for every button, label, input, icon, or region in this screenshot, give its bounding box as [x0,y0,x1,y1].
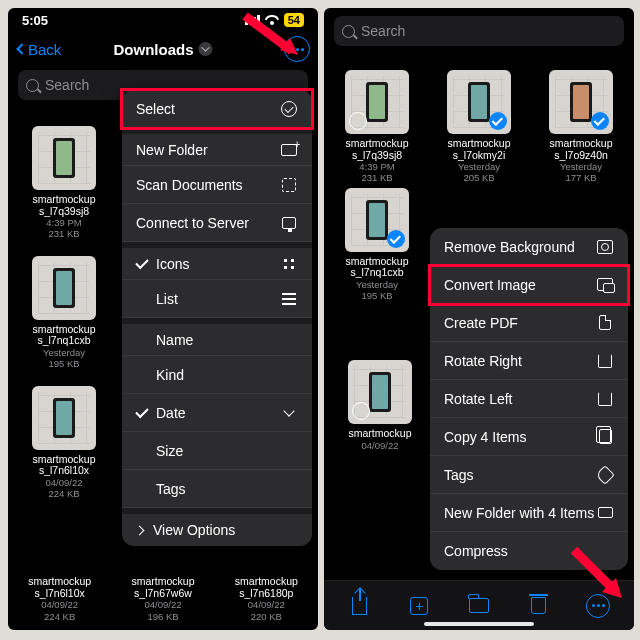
search-placeholder: Search [361,23,405,39]
chevron-left-icon [16,43,27,54]
file-name: smartmockup s_l7n6l10x [20,454,108,477]
checkmark-icon [387,230,405,248]
menu-label: New Folder with 4 Items [444,505,594,521]
file-size: 224 KB [48,488,79,499]
document-icon [599,315,611,330]
menu-label: Convert Image [444,277,536,293]
file-date: 04/09/22 [41,599,78,610]
menu-item-date[interactable]: Date [122,394,312,432]
chevron-down-icon [199,42,213,56]
menu-item-rotate-left[interactable]: Rotate Left [430,380,628,418]
delete-button[interactable] [526,593,552,619]
menu-item-size[interactable]: Size [122,432,312,470]
menu-item-remove-background[interactable]: Remove Background [430,228,628,266]
file-size: 195 KB [361,290,392,301]
file-name: smartmockup s_l7n6l10x [16,576,104,599]
file-size: 205 KB [463,172,494,183]
file-name: smartmockup s_l7nq1cxb [20,324,108,347]
menu-item-list[interactable]: List [122,280,312,318]
context-menu: Select New Folder Scan Documents Connect… [122,90,312,546]
duplicate-button[interactable] [406,593,432,619]
file-item[interactable]: smartmockup04/09/22 [330,358,430,453]
file-item[interactable]: smartmockup s_l7o9z40nYesterday177 KB [532,68,630,186]
menu-item-connect-server[interactable]: Connect to Server [122,204,312,242]
menu-label: Rotate Right [444,353,522,369]
move-button[interactable] [466,593,492,619]
file-item[interactable]: smartmockup s_l7n67w6w04/09/22196 KB [117,574,209,624]
file-size: 177 KB [565,172,596,183]
file-item[interactable]: smartmockup s_l7nq1cxbYesterday195 KB [328,186,426,304]
menu-item-icons[interactable]: Icons [122,242,312,280]
phone-right: Search smartmockup s_l7q39sj84:39 PM231 … [324,8,634,630]
menu-label: Connect to Server [136,215,249,231]
folder-plus-icon [281,144,297,156]
menu-label: View Options [153,522,235,538]
menu-label: Date [156,405,186,421]
share-icon [352,597,367,615]
menu-item-copy[interactable]: Copy 4 Items [430,418,628,456]
menu-label: Remove Background [444,239,575,255]
file-date: 04/09/22 [46,477,83,488]
menu-label: Icons [156,256,189,272]
menu-item-select[interactable]: Select [122,90,312,128]
file-item[interactable]: smartmockup s_l7q39sj84:39 PM231 KB [328,68,426,186]
check-icon [135,255,148,268]
file-date: 04/09/22 [144,599,181,610]
menu-item-view-options[interactable]: View Options [122,508,312,546]
menu-label: New Folder [136,142,208,158]
menu-label: Name [156,332,193,348]
check-icon [135,404,148,417]
search-input[interactable]: Search [334,16,624,46]
menu-item-kind[interactable]: Kind [122,356,312,394]
selection-ring-icon [349,112,367,130]
checkmark-icon [489,112,507,130]
file-size: 220 KB [251,611,282,622]
status-time: 5:05 [22,13,48,28]
file-size: 195 KB [48,358,79,369]
file-name: smartmockup s_l7q39sj8 [333,138,421,161]
menu-item-new-folder[interactable]: New Folder [122,128,312,166]
page-title[interactable]: Downloads [113,41,212,58]
file-item[interactable]: smartmockup s_l7n6l10x04/09/22224 KB [14,384,114,502]
menu-label: Rotate Left [444,391,513,407]
menu-label: Copy 4 Items [444,429,526,445]
rotate-right-icon [598,354,612,368]
menu-item-convert-image[interactable]: Convert Image [430,266,628,304]
share-button[interactable] [347,593,373,619]
remove-bg-icon [597,240,613,254]
menu-label: List [156,291,178,307]
menu-label: Compress [444,543,508,559]
file-date: 4:39 PM [46,217,81,228]
file-date: 4:39 PM [359,161,394,172]
home-indicator [424,622,534,626]
tag-icon [595,465,615,485]
file-size: 231 KB [361,172,392,183]
image-stack-icon [597,278,613,291]
checkmark-icon [591,112,609,130]
file-item[interactable]: smartmockup s_l7n6180p04/09/22220 KB [220,574,312,624]
menu-item-create-pdf[interactable]: Create PDF [430,304,628,342]
file-name: smartmockup s_l7o9z40n [537,138,625,161]
menu-item-tags[interactable]: Tags [430,456,628,494]
menu-label: Scan Documents [136,177,243,193]
back-button[interactable]: Back [18,41,61,58]
menu-item-tags[interactable]: Tags [122,470,312,508]
menu-label: Create PDF [444,315,518,331]
file-name: smartmockup s_l7okmy2i [435,138,523,161]
rotate-left-icon [598,392,612,406]
context-menu: Remove Background Convert Image Create P… [430,228,628,570]
menu-item-scan[interactable]: Scan Documents [122,166,312,204]
trash-icon [531,597,546,614]
file-item[interactable]: smartmockup s_l7okmy2iYesterday205 KB [430,68,528,186]
file-date: 04/09/22 [248,599,285,610]
file-item[interactable]: smartmockup s_l7n6l10x04/09/22224 KB [14,574,106,624]
file-item[interactable]: smartmockup s_l7nq1cxbYesterday195 KB [14,254,114,372]
file-item[interactable]: smartmockup s_l7q39sj84:39 PM231 KB [14,124,114,242]
file-size: 231 KB [48,228,79,239]
menu-item-rotate-right[interactable]: Rotate Right [430,342,628,380]
file-date: 04/09/22 [362,440,399,451]
menu-item-new-folder-items[interactable]: New Folder with 4 Items [430,494,628,532]
menu-item-name[interactable]: Name [122,318,312,356]
back-label: Back [28,41,61,58]
file-column: smartmockup04/09/22 [330,358,430,453]
